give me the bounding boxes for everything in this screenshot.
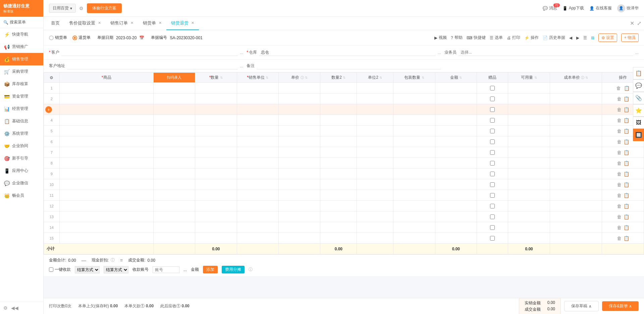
one-click-check[interactable] (49, 267, 53, 272)
right-panel-icon-3[interactable]: 📎 (633, 92, 644, 104)
tab-sale-price[interactable]: 售价提取设置 ✕ (64, 17, 106, 30)
avail-cell-1[interactable] (508, 83, 550, 93)
gift-checkbox-2[interactable] (490, 97, 495, 101)
delete-row-12-icon[interactable]: 🗑 (617, 203, 622, 209)
tab-sale-return[interactable]: 销货退货 ✕ (166, 17, 199, 30)
right-panel-icon-1[interactable]: 📋 (633, 67, 644, 79)
gift-checkbox-5[interactable] (490, 129, 495, 133)
right-panel-icon-6[interactable]: 🔲 (633, 129, 644, 141)
delete-row-15-icon[interactable]: 🗑 (617, 236, 622, 241)
message-item[interactable]: 💬 消息 70 (543, 5, 557, 11)
radio-sale[interactable]: 销货单 (49, 35, 67, 41)
sidebar-nav-item-basic[interactable]: 📋 基础信息 (0, 115, 43, 127)
scan-btn[interactable]: 扫码录入 (167, 75, 181, 79)
th-scan[interactable]: 扫码录入 (153, 73, 195, 83)
price-cell-1[interactable] (278, 83, 320, 93)
gift-checkbox-8[interactable] (490, 161, 495, 166)
right-panel-icon-4[interactable]: ⭐ (633, 104, 644, 117)
copy-row-10-icon[interactable]: 📋 (624, 182, 629, 187)
warehouse-input[interactable] (259, 49, 436, 56)
cash-discount-info-icon[interactable]: ⓘ (111, 257, 115, 263)
salesman-input[interactable] (459, 49, 633, 56)
settings-bottom-icon[interactable]: ⚙ (3, 305, 8, 311)
unit-cell-1[interactable] (237, 83, 278, 93)
tab-expand-icon[interactable]: ⤢ (637, 20, 641, 26)
product-input-3[interactable] (61, 107, 152, 112)
gift-checkbox-15[interactable] (490, 236, 495, 241)
one-click-checkbox[interactable]: 一键收款 (49, 267, 71, 272)
copy-row-11-icon[interactable]: 📋 (624, 193, 629, 198)
account-input[interactable] (153, 266, 179, 273)
delete-row-6-icon[interactable]: 🗑 (617, 139, 622, 144)
copy-row-14-icon[interactable]: 📋 (624, 225, 629, 230)
gift-cell-1[interactable] (477, 83, 508, 93)
operate-item[interactable]: ⚡ 操作 (524, 35, 539, 41)
product-cell-1[interactable] (59, 83, 153, 93)
customer-dots[interactable]: ... (240, 50, 243, 55)
sidebar-nav-item-purchase[interactable]: 🛒 采购管理 (0, 65, 43, 78)
gift-checkbox-11[interactable] (490, 193, 495, 198)
sidebar-nav-item-shortcuts[interactable]: ⚡ 快捷导航 (0, 28, 43, 41)
help-item[interactable]: ? 帮助 (451, 35, 463, 41)
sidebar-nav-item-sales[interactable]: 💰 销售管理 (0, 53, 43, 65)
delete-row-5-icon[interactable]: 🗑 (617, 128, 622, 134)
copy-row-13-icon[interactable]: 📋 (624, 214, 629, 219)
delete-row-14-icon[interactable]: 🗑 (617, 225, 622, 230)
tab-sale-return-close[interactable]: ✕ (191, 21, 194, 25)
qty-cell-1[interactable] (195, 83, 237, 93)
sidebar-nav-item-member[interactable]: 👑 畅会员 (0, 189, 43, 202)
sidebar-nav-item-guide[interactable]: 🎯 新手引导 (0, 152, 43, 165)
delete-row-10-icon[interactable]: 🗑 (617, 182, 622, 187)
gift-checkbox-6[interactable] (490, 139, 495, 144)
customer-input[interactable] (61, 49, 238, 56)
gift-checkbox-1[interactable] (490, 86, 495, 90)
next-btn[interactable]: ▶ (576, 36, 579, 40)
history-item[interactable]: 📄 历史单据 (543, 35, 565, 41)
sidebar-nav-item-operations[interactable]: 📊 经营管理 (0, 103, 43, 115)
print-item[interactable]: 🖨 打印 (507, 35, 520, 41)
calendar-icon[interactable]: 📅 (139, 36, 144, 40)
list-view-icon[interactable]: ☰ (583, 36, 587, 40)
select-order-item[interactable]: ☰ 选单 (490, 35, 503, 41)
right-panel-icon-5[interactable]: 🖼 (633, 117, 644, 129)
delete-row-9-icon[interactable]: 🗑 (617, 171, 622, 177)
delete-row-2-icon[interactable]: 🗑 (617, 96, 622, 102)
header-gear-icon[interactable]: ⚙ (79, 6, 84, 11)
tab-home[interactable]: 首页 (46, 17, 64, 30)
sidebar-nav-item-enterprise[interactable]: 🤝 企业协同 (0, 140, 43, 152)
prev-btn[interactable]: ◀ (569, 36, 572, 40)
logistics-btn[interactable]: + 物流 (621, 34, 639, 42)
remark-input[interactable] (257, 62, 441, 69)
copy-row-8-icon[interactable]: 📋 (624, 161, 629, 166)
copy-row-15-icon[interactable]: 📋 (624, 236, 629, 241)
delete-row-7-icon[interactable]: 🗑 (617, 150, 622, 155)
delete-row-3-icon[interactable]: 🗑 (617, 107, 622, 112)
delete-row-4-icon[interactable]: 🗑 (617, 118, 622, 123)
pkg-cell-1[interactable] (393, 83, 435, 93)
copy-row-7-icon[interactable]: 📋 (624, 150, 629, 155)
delete-row-13-icon[interactable]: 🗑 (617, 214, 622, 219)
tab-sale-goods[interactable]: 销货单 ✕ (138, 17, 166, 30)
app-download-item[interactable]: 📱 App下载 (562, 5, 584, 11)
tab-sale-price-close[interactable]: ✕ (98, 21, 101, 25)
fee-info-icon[interactable]: ⓘ (249, 267, 253, 272)
gift-checkbox-14[interactable] (490, 225, 495, 230)
save-draft-btn[interactable]: 保存草稿 ∧ (564, 301, 599, 311)
delete-row-8-icon[interactable]: 🗑 (617, 161, 622, 166)
gift-checkbox-4[interactable] (490, 118, 495, 123)
copy-row-3-icon[interactable]: 📋 (624, 107, 629, 112)
gift-checkbox-13[interactable] (490, 214, 495, 219)
copy-row-5-icon[interactable]: 📋 (624, 128, 629, 134)
copy-row-12-icon[interactable]: 📋 (624, 203, 629, 209)
tab-sale-goods-close[interactable]: ✕ (159, 21, 162, 25)
settlement-select[interactable]: 结算方式 (75, 266, 100, 273)
experience-btn[interactable]: 体验行业方案 (87, 3, 122, 13)
tab-close-all-icon[interactable]: ✕ (630, 20, 634, 26)
gift-checkbox-7[interactable] (490, 150, 495, 155)
fee-split-btn[interactable]: 费用分摊 (222, 266, 245, 273)
sidebar-nav-item-marketing[interactable]: 📢 营销推广 (0, 41, 43, 53)
sidebar-nav-item-wechat[interactable]: 💬 企业微信 (0, 177, 43, 189)
copy-row-2-icon[interactable]: 📋 (624, 96, 629, 102)
th-gear[interactable]: ⚙ (44, 73, 60, 83)
user-item[interactable]: 👤 徐泽华 (617, 4, 639, 12)
